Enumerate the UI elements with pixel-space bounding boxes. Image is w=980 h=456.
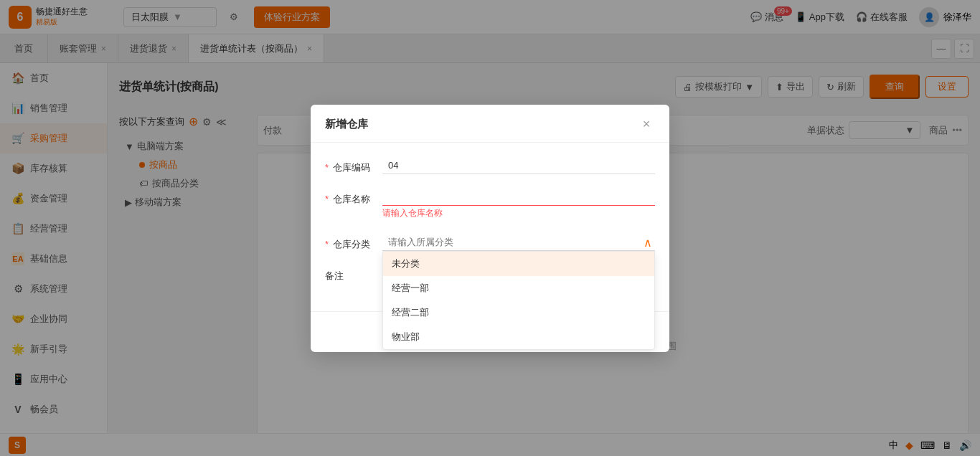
modal-overlay: 新增仓库 × * 仓库编码 * 仓库名称 请输入仓库名称 [0, 0, 980, 456]
dropdown-arrow-icon[interactable]: ∧ [644, 235, 652, 249]
code-input[interactable] [382, 157, 655, 174]
modal-title: 新增仓库 [325, 118, 368, 131]
dropdown-option-dept2[interactable]: 经营二部 [383, 300, 654, 325]
form-row-name: * 仓库名称 请输入仓库名称 [325, 189, 655, 219]
name-error-msg: 请输入仓库名称 [382, 207, 655, 219]
dropdown-list: 未分类 经营一部 经营二部 物业部 [382, 251, 655, 350]
form-row-code: * 仓库编码 [325, 157, 655, 174]
form-row-category: * 仓库分类 ∧ 未分类 经营一部 经营二部 [325, 234, 655, 251]
name-field: 请输入仓库名称 [382, 189, 655, 219]
modal-close-button[interactable]: × [638, 116, 655, 133]
name-input[interactable] [382, 189, 655, 206]
category-input[interactable] [382, 234, 655, 251]
name-label: * 仓库名称 [325, 189, 382, 206]
category-label: * 仓库分类 [325, 234, 382, 251]
modal: 新增仓库 × * 仓库编码 * 仓库名称 请输入仓库名称 [311, 105, 669, 352]
modal-header: 新增仓库 × [311, 105, 669, 143]
modal-body: * 仓库编码 * 仓库名称 请输入仓库名称 * [311, 143, 669, 311]
code-label: * 仓库编码 [325, 157, 382, 174]
dropdown-option-dept1[interactable]: 经营一部 [383, 276, 654, 300]
category-dropdown: ∧ 未分类 经营一部 经营二部 物业部 [382, 234, 655, 251]
remark-label: 备注 [325, 265, 382, 282]
dropdown-option-unclassified[interactable]: 未分类 [383, 252, 654, 276]
dropdown-option-property[interactable]: 物业部 [383, 325, 654, 349]
